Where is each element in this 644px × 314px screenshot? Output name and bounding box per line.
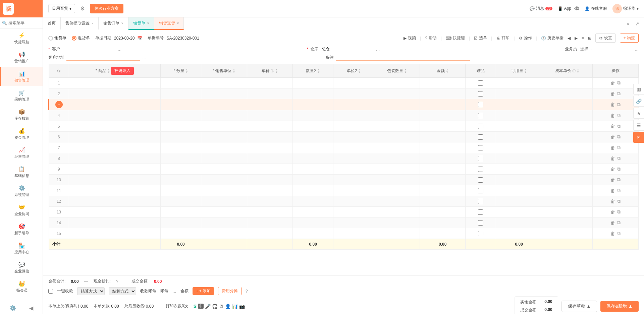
sidebar-item-sales[interactable]: 📊 销售管理 (0, 67, 43, 86)
delete-row-13-btn[interactable]: 🗑 (610, 209, 615, 215)
gift-checkbox-6[interactable] (478, 134, 483, 140)
delete-row-10-btn[interactable]: 🗑 (610, 177, 615, 183)
sidebar-settings-btn[interactable]: ⚙️ (9, 305, 16, 311)
gift-checkbox-3[interactable] (478, 102, 483, 107)
scan-btn[interactable]: 扫码录入 (111, 67, 134, 75)
topbar-settings-btn[interactable]: ⚙ (78, 4, 87, 13)
sidebar-item-appstore[interactable]: 🏪 应用中心 (0, 239, 43, 258)
tab-sale-goods[interactable]: 销货单 × (128, 17, 154, 30)
copy-row-1-btn[interactable]: ⧉ (617, 80, 621, 86)
sidebar-collapse-btn[interactable]: ◀ (29, 305, 33, 311)
delete-row-6-btn[interactable]: 🗑 (610, 134, 615, 140)
sidebar-item-wechat[interactable]: 💬 企业微信 (0, 258, 43, 277)
sidebar-item-enterprise[interactable]: 🤝 企业协同 (0, 201, 43, 220)
operate-action[interactable]: ⚙ 操作 (519, 35, 532, 41)
warehouse-input[interactable] (320, 46, 374, 52)
copy-row-12-btn[interactable]: ⧉ (617, 198, 621, 204)
save-draft-btn[interactable]: 保存草稿 ▲ (561, 301, 597, 312)
next-btn[interactable]: ▶ (575, 36, 578, 41)
tab-sale-settings[interactable]: 售价提取设置 × (61, 17, 99, 30)
product-sort-icon[interactable]: ▲▼ (107, 68, 110, 74)
delete-row-9-btn[interactable]: 🗑 (610, 167, 615, 172)
gift-checkbox-7[interactable] (478, 145, 483, 150)
copy-row-14-btn[interactable]: ⧉ (617, 220, 621, 226)
delete-row-2-btn[interactable]: 🗑 (610, 91, 615, 97)
add-logistic-btn[interactable]: + 物流 (620, 34, 639, 43)
delete-row-7-btn[interactable]: 🗑 (610, 145, 615, 150)
qty2-sort-icon[interactable]: ▲▼ (317, 68, 320, 74)
save-new-btn[interactable]: 保存&新增 ▲ (600, 301, 639, 312)
copy-row-6-btn[interactable]: ⧉ (617, 134, 621, 140)
salesperson-ellipsis[interactable]: ... (635, 47, 639, 52)
delete-row-3-btn[interactable]: 🗑 (610, 102, 615, 107)
cost-sort-icon[interactable]: ▲▼ (577, 68, 579, 74)
delete-row-11-btn[interactable]: 🗑 (610, 188, 615, 193)
experience-btn[interactable]: 体验行业方案 (90, 4, 123, 13)
price-info-icon[interactable]: ⓘ (271, 69, 274, 73)
copy-row-5-btn[interactable]: ⧉ (617, 123, 621, 129)
gift-checkbox-5[interactable] (478, 124, 483, 129)
product-input-3[interactable] (71, 102, 158, 107)
right-float-btn-5[interactable]: ⊡ (633, 132, 644, 143)
radio-sale[interactable]: 销货单 (48, 35, 66, 41)
customer-ellipsis[interactable]: ... (118, 47, 122, 52)
prev-btn[interactable]: ◀ (568, 36, 571, 41)
messages-btn[interactable]: 💬 消息 70 (530, 6, 552, 11)
price-sort-icon[interactable]: ▲▼ (275, 68, 278, 74)
gift-checkbox-15[interactable] (478, 231, 483, 236)
product-input-1[interactable] (71, 80, 158, 85)
customer-input[interactable] (62, 46, 116, 52)
gift-checkbox-12[interactable] (478, 199, 483, 204)
form-settings-btn[interactable]: ⚙ 设置 (595, 34, 616, 43)
copy-row-13-btn[interactable]: ⧉ (617, 209, 621, 215)
select-action[interactable]: ☑ 选单 (474, 35, 487, 41)
tab-close-sale-goods[interactable]: × (147, 21, 149, 25)
copy-row-8-btn[interactable]: ⧉ (617, 155, 621, 161)
delete-row-4-btn[interactable]: 🗑 (610, 113, 615, 118)
history-action[interactable]: 🕐 历史单据 (541, 35, 564, 41)
tab-close-sale-order[interactable]: × (121, 21, 123, 25)
copy-row-15-btn[interactable]: ⧉ (617, 231, 621, 236)
gift-checkbox-1[interactable] (478, 80, 483, 86)
cost-info-icon[interactable]: ⓘ (572, 69, 576, 73)
sidebar-item-finance[interactable]: 💰 资金管理 (0, 124, 43, 143)
right-float-btn-2[interactable]: 🔗 (633, 96, 644, 107)
sidebar-item-system[interactable]: ⚙️ 系统管理 (0, 182, 43, 201)
address-input[interactable] (66, 54, 140, 61)
qty-sort-icon[interactable]: ▲▼ (185, 68, 188, 74)
warehouse-ellipsis[interactable]: ... (376, 47, 380, 52)
address-ellipsis[interactable]: ... (142, 55, 146, 60)
video-action[interactable]: ▶ 视频 (404, 35, 416, 41)
copy-row-9-btn[interactable]: ⧉ (617, 166, 621, 172)
sidebar-item-basic[interactable]: 📋 基础信息 (0, 163, 43, 182)
salesperson-input[interactable] (579, 46, 633, 52)
unit-sort-icon[interactable]: ▲▼ (233, 68, 235, 74)
gift-checkbox-9[interactable] (478, 167, 483, 172)
add-row-btn[interactable]: + (55, 101, 63, 108)
gift-checkbox-8[interactable] (478, 156, 483, 161)
add-payment-btn[interactable]: + + 添加 (193, 287, 214, 295)
sidebar-search[interactable]: 🔍 搜索菜单 (0, 17, 43, 29)
tab-home[interactable]: 首页 (43, 17, 61, 30)
sidebar-item-shortcuts[interactable]: ⚡ 快捷导航 (0, 29, 43, 48)
gift-checkbox-13[interactable] (478, 209, 483, 215)
gift-checkbox-10[interactable] (478, 177, 483, 183)
settlement-method-select[interactable]: 结算方式 (77, 287, 105, 295)
tab-close-sale-settings[interactable]: × (92, 21, 94, 25)
fee-help-icon[interactable]: ? (246, 289, 248, 294)
right-float-btn-4[interactable]: ☰ (633, 120, 644, 131)
copy-row-2-btn[interactable]: ⧉ (617, 91, 621, 97)
gift-checkbox-11[interactable] (478, 188, 483, 193)
copy-row-10-btn[interactable]: ⧉ (617, 177, 621, 183)
industry-select[interactable]: 日用百货 ▾ (48, 4, 75, 13)
sidebar-item-purchase[interactable]: 🛒 采购管理 (0, 86, 43, 105)
online-service-btn[interactable]: 👤 在线客服 (585, 6, 607, 11)
copy-row-4-btn[interactable]: ⧉ (617, 113, 621, 118)
sidebar-item-marketing[interactable]: 📢 营销推广 (0, 48, 43, 67)
delete-row-5-btn[interactable]: 🗑 (610, 124, 615, 129)
cash-discount-help-icon[interactable]: ? (116, 279, 118, 284)
tab-maximize-btn[interactable]: ⤢ (633, 20, 641, 28)
one-click-payment-checkbox[interactable] (48, 289, 53, 294)
shortcut-action[interactable]: ⌨ 快捷键 (446, 35, 465, 41)
delete-row-15-btn[interactable]: 🗑 (610, 231, 615, 236)
